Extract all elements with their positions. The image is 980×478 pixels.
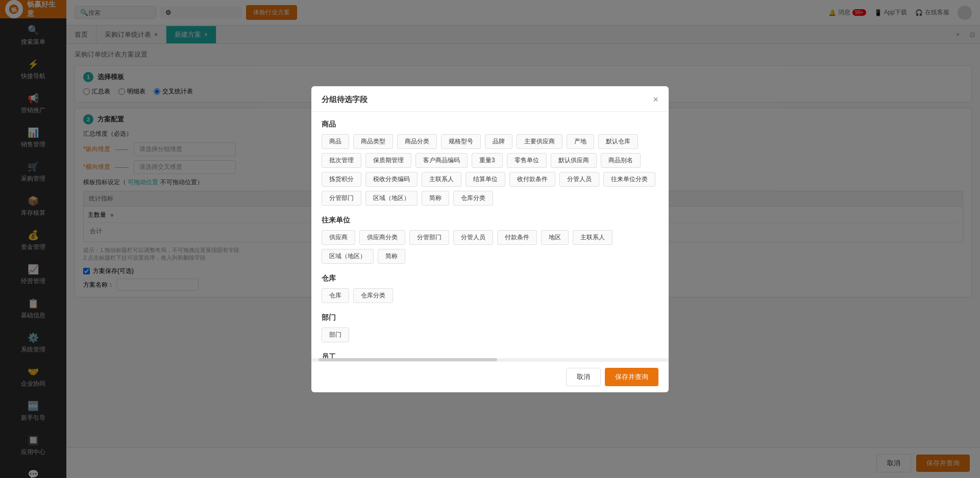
field-group-product: 商品商品商品类型商品分类规格型号品牌主要供应商产地默认仓库批次管理保质期管理客户… — [322, 120, 658, 206]
field-tag[interactable]: 零售单位 — [507, 153, 547, 168]
modal-cancel-button[interactable]: 取消 — [566, 368, 601, 386]
field-tag[interactable]: 分管人员 — [559, 172, 599, 187]
field-tag[interactable]: 区域（地区） — [365, 191, 418, 206]
field-tag[interactable]: 往来单位分类 — [603, 172, 655, 187]
field-group-title-product: 商品 — [322, 120, 658, 129]
modal-footer: 取消 保存并查询 — [311, 361, 669, 392]
field-group-title-employee: 员工 — [322, 353, 658, 358]
field-tag[interactable]: 产地 — [567, 134, 594, 149]
field-tag[interactable]: 主要供应商 — [517, 134, 562, 149]
field-tag[interactable]: 付款条件 — [497, 230, 537, 245]
field-tag[interactable]: 仓库分类 — [453, 191, 493, 206]
field-tags-department: 部门 — [322, 328, 658, 342]
modal-scrollbar[interactable] — [311, 358, 669, 361]
field-tag[interactable]: 供应商 — [322, 230, 355, 245]
modal-dialog: 分组待选字段 × 商品商品商品类型商品分类规格型号品牌主要供应商产地默认仓库批次… — [311, 86, 669, 392]
field-tag[interactable]: 客户商品编码 — [415, 153, 468, 168]
field-tag[interactable]: 简称 — [422, 191, 449, 206]
field-tag[interactable]: 保质期管理 — [365, 153, 411, 168]
field-tag[interactable]: 商品别名 — [601, 153, 641, 168]
field-tag[interactable]: 拣货积分 — [322, 172, 361, 187]
field-tag[interactable]: 仓库 — [322, 288, 349, 303]
field-tag[interactable]: 部门 — [322, 328, 349, 342]
field-tag[interactable]: 默认仓库 — [598, 134, 638, 149]
field-group-warehouse: 仓库仓库仓库分类 — [322, 274, 658, 303]
field-tag[interactable]: 仓库分类 — [353, 288, 393, 303]
field-tag[interactable]: 主联系人 — [422, 172, 461, 187]
field-tags-warehouse: 仓库仓库分类 — [322, 288, 658, 303]
field-group-title-partner: 往来单位 — [322, 216, 658, 225]
field-tag[interactable]: 分管部门 — [409, 230, 449, 245]
field-group-title-warehouse: 仓库 — [322, 274, 658, 283]
field-tag[interactable]: 收付款条件 — [509, 172, 555, 187]
field-tag[interactable]: 地区 — [541, 230, 569, 245]
field-tag[interactable]: 商品分类 — [397, 134, 437, 149]
field-tag[interactable]: 商品类型 — [353, 134, 393, 149]
field-tag[interactable]: 规格型号 — [441, 134, 481, 149]
field-tag[interactable]: 供应商分类 — [359, 230, 405, 245]
field-tag[interactable]: 简称 — [378, 249, 405, 264]
field-tag[interactable]: 主联系人 — [573, 230, 612, 245]
field-tag[interactable]: 分管部门 — [322, 191, 361, 206]
field-tag[interactable]: 品牌 — [485, 134, 512, 149]
field-group-employee: 员工业务员 — [322, 353, 658, 358]
modal-overlay: 分组待选字段 × 商品商品商品类型商品分类规格型号品牌主要供应商产地默认仓库批次… — [0, 0, 980, 478]
field-tag[interactable]: 重量3 — [472, 153, 503, 168]
modal-save-button[interactable]: 保存并查询 — [605, 368, 658, 386]
field-tags-product: 商品商品类型商品分类规格型号品牌主要供应商产地默认仓库批次管理保质期管理客户商品… — [322, 134, 658, 206]
field-group-partner: 往来单位供应商供应商分类分管部门分管人员付款条件地区主联系人区域（地区）简称 — [322, 216, 658, 264]
field-tag[interactable]: 区域（地区） — [322, 249, 374, 264]
field-group-title-department: 部门 — [322, 313, 658, 322]
field-tag[interactable]: 批次管理 — [322, 153, 361, 168]
field-tag[interactable]: 分管人员 — [453, 230, 493, 245]
modal-close-button[interactable]: × — [653, 94, 658, 105]
modal-header: 分组待选字段 × — [311, 86, 669, 112]
field-tag[interactable]: 默认供应商 — [551, 153, 597, 168]
field-tag[interactable]: 商品 — [322, 134, 349, 149]
field-tag[interactable]: 税收分类编码 — [365, 172, 418, 187]
field-tag[interactable]: 结算单位 — [465, 172, 505, 187]
field-group-department: 部门部门 — [322, 313, 658, 342]
field-tags-partner: 供应商供应商分类分管部门分管人员付款条件地区主联系人区域（地区）简称 — [322, 230, 658, 264]
modal-title: 分组待选字段 — [322, 95, 368, 105]
modal-body: 商品商品商品类型商品分类规格型号品牌主要供应商产地默认仓库批次管理保质期管理客户… — [311, 112, 669, 358]
